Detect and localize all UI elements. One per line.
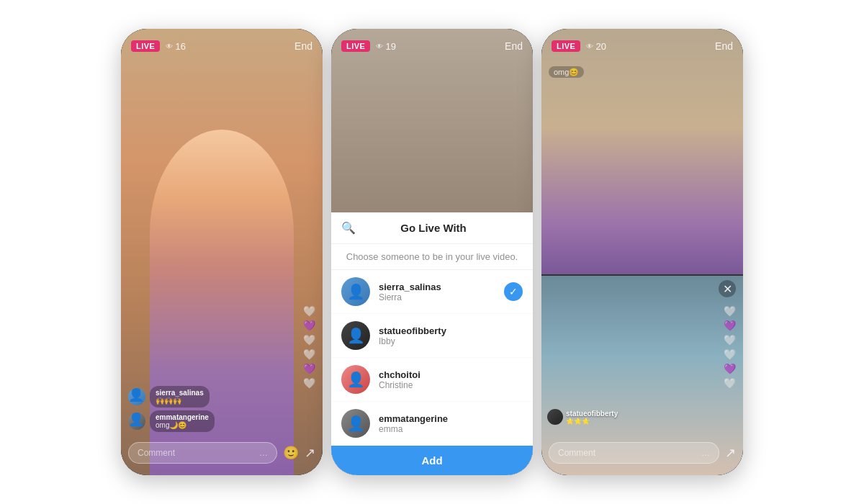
phone1-viewer-count: 👁 16 (166, 41, 185, 52)
split-screen: ✕ (541, 29, 743, 475)
user-info-1: statueofibberty Ibby (379, 325, 523, 346)
phone3-hearts: 🤍 💜 🤍 🤍 💜 🤍 (724, 305, 736, 389)
phone1-screen: LIVE 👁 16 End 🤍 💜 🤍 🤍 💜 🤍 (121, 29, 323, 475)
heart-p3-3: 🤍 (724, 334, 736, 346)
close-guest-button[interactable]: ✕ (719, 280, 736, 297)
user-list: 👤 sierra_salinas Sierra ✓ 👤 (331, 270, 533, 446)
chat-avatar-1: 👤 (128, 388, 145, 405)
user-info-3: emmatangerine emma (379, 413, 523, 434)
phone1-comment-icons: 🙂 ↗ (283, 445, 315, 461)
user-info-2: chchoitoi Christine (379, 369, 523, 390)
user-avatar-1: 👤 (341, 321, 370, 350)
guest-avatar (547, 409, 563, 425)
phone-2: LIVE 👁 19 End 🔍 Go Live With Choose some… (331, 29, 533, 475)
phone1-comment-input[interactable]: Comment … (128, 442, 277, 464)
go-live-search-bar: 🔍 Go Live With (331, 212, 533, 244)
user-avatar-0: 👤 (341, 277, 370, 306)
screens-container: LIVE 👁 16 End 🤍 💜 🤍 🤍 💜 🤍 (0, 0, 864, 504)
heart-5: 💜 (303, 363, 315, 374)
phone1-chat: 👤 sierra_salinas 🙌🙌🙌 👤 emmatangerine omg… (128, 386, 215, 432)
phone1-hearts: 🤍 💜 🤍 🤍 💜 🤍 (303, 305, 315, 389)
heart-6: 🤍 (303, 377, 315, 389)
chat-bubble-1: sierra_salinas 🙌🙌🙌 (150, 386, 210, 408)
go-live-title: Go Live With (360, 222, 507, 234)
phone3-bottom-bar: Comment … ↗ (541, 436, 743, 475)
go-live-subtitle: Choose someone to be in your live video. (331, 244, 533, 270)
go-live-panel: 🔍 Go Live With Choose someone to be in y… (331, 212, 533, 475)
phone2-live-badge: LIVE (341, 40, 370, 52)
split-divider (541, 274, 743, 276)
heart-p3-4: 🤍 (724, 348, 736, 360)
phone3-live-badge: LIVE (552, 40, 580, 52)
chat-message-2: 👤 emmatangerine omg🌙😊 (128, 410, 215, 432)
user-avatar-2: 👤 (341, 365, 370, 394)
phone3-comment-input[interactable]: Comment … (549, 442, 719, 464)
phone3-comment-row: Comment … ↗ (549, 442, 736, 464)
eye-icon: 👁 (166, 42, 173, 50)
phone3-viewer-count: 👁 20 (586, 41, 606, 52)
phone1-end-button[interactable]: End (294, 40, 312, 52)
search-icon[interactable]: 🔍 (341, 221, 356, 235)
phone2-viewer-count: 👁 19 (376, 41, 395, 52)
phone3-comment-icons: ↗ (725, 445, 736, 461)
user-item-1[interactable]: 👤 statueofibberty Ibby (331, 314, 533, 358)
phone3-top-bar: LIVE 👁 20 End (541, 29, 743, 58)
phone3-guest-label: statueofibberty ⭐⭐⭐ (547, 409, 618, 425)
chat-message-1: 👤 sierra_salinas 🙌🙌🙌 (128, 386, 215, 408)
heart-3: 🤍 (303, 334, 315, 346)
chat-avatar-2: 👤 (128, 413, 145, 430)
phone3-screen: ✕ LIVE 👁 20 End omg😊 🤍 (541, 29, 743, 475)
phone-1: LIVE 👁 16 End 🤍 💜 🤍 🤍 💜 🤍 (121, 29, 323, 475)
phone2-end-button[interactable]: End (505, 40, 523, 52)
phone1-comment-row: Comment … 🙂 ↗ (128, 442, 315, 464)
phone3-top-left: LIVE 👁 20 (552, 40, 606, 52)
emoji-icon[interactable]: 🙂 (283, 445, 299, 461)
heart-1: 🤍 (303, 305, 315, 317)
phone-3: ✕ LIVE 👁 20 End omg😊 🤍 (541, 29, 743, 475)
phone1-top-bar: LIVE 👁 16 End (121, 29, 323, 58)
phone2-screen: LIVE 👁 19 End 🔍 Go Live With Choose some… (331, 29, 533, 475)
eye-icon-2: 👁 (376, 42, 383, 50)
add-button[interactable]: Add (331, 446, 533, 475)
phone3-end-button[interactable]: End (715, 40, 733, 52)
chat-bubble-2: emmatangerine omg🌙😊 (150, 410, 215, 432)
phone1-live-badge: LIVE (131, 40, 160, 52)
eye-icon-3: 👁 (586, 42, 593, 50)
heart-p3-2: 💜 (724, 320, 736, 331)
phone2-top-bar: LIVE 👁 19 End (331, 29, 533, 58)
heart-4: 🤍 (303, 348, 315, 360)
heart-p3-5: 💜 (724, 363, 736, 374)
user-item-0[interactable]: 👤 sierra_salinas Sierra ✓ (331, 270, 533, 314)
share-icon-3[interactable]: ↗ (725, 445, 736, 461)
heart-2: 💜 (303, 320, 315, 331)
heart-p3-1: 🤍 (724, 305, 736, 317)
share-icon[interactable]: ↗ (305, 445, 315, 461)
phone2-top-left: LIVE 👁 19 (341, 40, 396, 52)
check-icon-0: ✓ (504, 282, 523, 301)
phone3-top-chat: omg😊 (549, 65, 584, 78)
phone1-bottom-bar: Comment … 🙂 ↗ (121, 436, 323, 475)
user-info-0: sierra_salinas Sierra (379, 282, 504, 302)
heart-p3-6: 🤍 (724, 377, 736, 389)
user-avatar-3: 👤 (341, 409, 370, 438)
phone1-top-left: LIVE 👁 16 (131, 40, 186, 52)
user-item-2[interactable]: 👤 chchoitoi Christine (331, 358, 533, 402)
user-item-3[interactable]: 👤 emmatangerine emma (331, 402, 533, 446)
